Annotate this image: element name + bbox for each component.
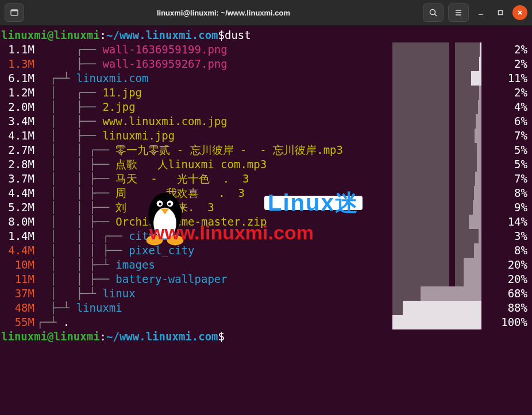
bar-container <box>392 186 493 200</box>
percentage: 20% <box>493 258 529 272</box>
percentage: 5% <box>493 157 529 172</box>
file-name: Orchis-theme-master.zip <box>115 215 267 229</box>
file-size: 4.1M <box>1 129 37 143</box>
file-name: 零一九零贰 - 忘川彼岸 - - 忘川彼岸.mp3 <box>115 143 343 157</box>
window-maximize-button[interactable] <box>493 5 508 20</box>
dust-row: 2.7M │ │ ┌── 零一九零贰 - 忘川彼岸 - - 忘川彼岸.mp35% <box>1 143 529 157</box>
tree-branch: │ │ │ ├── <box>37 243 129 258</box>
dust-row: 1.3M ├── wall-1636959267.png2% <box>1 57 529 71</box>
dust-row: 5.2M │ │ ├── 刘 后来. 39% <box>1 200 529 215</box>
bar-fill-inner <box>473 200 481 215</box>
file-name: city_alt <box>129 229 182 243</box>
bar-container <box>392 229 493 243</box>
search-button[interactable] <box>423 3 444 22</box>
tree-branch: │ │ ├── <box>37 172 115 186</box>
file-size: 48M <box>1 301 37 315</box>
bar-container <box>392 100 493 114</box>
bar-fill-inner <box>477 157 481 172</box>
tree-branch: ┌─┴ <box>37 71 76 86</box>
bar-fill-inner <box>479 229 481 243</box>
percentage: 8% <box>493 243 529 258</box>
prompt-path: ~/www.linuxmi.com <box>106 329 218 344</box>
bar-container <box>392 243 493 258</box>
menu-button[interactable] <box>448 3 469 22</box>
terminal-window: linuxmi@linuxmi: ~/www.linuxmi.com <box>0 0 532 415</box>
file-size: 2.7M <box>1 143 37 157</box>
prompt-line-2: linuxmi@linuxmi : ~/www.linuxmi.com $ <box>1 329 529 344</box>
prompt-userhost: linuxmi@linuxmi <box>1 28 100 42</box>
bar-fill-inner <box>421 286 481 301</box>
window-close-button[interactable] <box>512 5 527 20</box>
new-tab-button[interactable] <box>5 3 24 22</box>
tree-branch: ├── <box>37 57 102 71</box>
window-title: linuxmi@linuxmi: ~/www.linuxmi.com <box>29 9 418 17</box>
percentage: 6% <box>493 114 529 129</box>
bar-container <box>392 258 493 272</box>
percentage: 7% <box>493 172 529 186</box>
dust-row: 3.4M │ ├── www.linuxmi.com.jpg6% <box>1 114 529 129</box>
file-name: linuxmi <box>76 301 122 315</box>
percentage: 2% <box>493 42 529 57</box>
bar-container <box>392 215 493 229</box>
window-minimize-button[interactable] <box>473 5 488 20</box>
bar-fill <box>403 301 481 315</box>
tree-branch: │ │ ├─┴ <box>37 258 115 272</box>
file-name: wall-1636959267.png <box>102 57 227 71</box>
bar-container <box>392 143 493 157</box>
file-name: 11.jpg <box>102 86 142 100</box>
tree-branch: │ ├── <box>37 114 102 129</box>
tree-branch: │ │ ├── <box>37 200 115 215</box>
file-size: 8.0M <box>1 215 37 229</box>
svg-point-2 <box>430 10 435 15</box>
bar-container <box>392 71 493 86</box>
tree-branch: ├─┴ <box>37 301 76 315</box>
dust-row: 1.2M │ ┌── 11.jpg2% <box>1 86 529 100</box>
svg-rect-8 <box>499 11 503 15</box>
tree-branch: │ │ ┌── <box>37 143 115 157</box>
file-name: linux <box>102 286 135 301</box>
percentage: 11% <box>493 71 529 86</box>
percentage: 2% <box>493 86 529 100</box>
tree-branch: │ ├── <box>37 100 102 114</box>
bar-fill-inner <box>464 272 481 286</box>
prompt-dollar: $ <box>218 28 225 42</box>
percentage: 14% <box>493 215 529 229</box>
file-name: www.linuxmi.com.jpg <box>102 114 227 129</box>
percentage: 68% <box>493 286 529 301</box>
bar-fill-inner <box>479 86 481 100</box>
bar-container <box>392 272 493 286</box>
prompt-dollar: $ <box>218 329 225 344</box>
window-titlebar: linuxmi@linuxmi: ~/www.linuxmi.com <box>0 0 532 26</box>
tree-branch: ┌── <box>37 42 102 57</box>
file-name: linuxmi.com <box>76 71 149 86</box>
file-size: 11M <box>1 272 37 286</box>
dust-output: 1.1M ┌── wall-1636959199.png2%1.3M ├── w… <box>1 42 529 329</box>
dust-row: 4.4M │ │ ├── 周 我欢喜 . 38% <box>1 186 529 200</box>
bar-container <box>392 114 493 129</box>
terminal-tab-icon <box>10 8 19 17</box>
prompt-line-1: linuxmi@linuxmi : ~/www.linuxmi.com $ du… <box>1 28 529 42</box>
file-size: 2.8M <box>1 157 37 172</box>
dust-row: 3.7M │ │ ├── 马天 - 光十色 . 37% <box>1 172 529 186</box>
percentage: 4% <box>493 100 529 114</box>
percentage: 100% <box>493 315 529 329</box>
dust-row: 1.1M ┌── wall-1636959199.png2% <box>1 42 529 57</box>
tree-branch: │ │ ├── <box>37 215 115 229</box>
prompt-userhost: linuxmi@linuxmi <box>1 329 100 344</box>
file-name: linuxmi.jpg <box>102 129 175 143</box>
bar-fill <box>479 57 481 71</box>
bar-fill-inner <box>469 215 481 229</box>
terminal-body[interactable]: linuxmi@linuxmi : ~/www.linuxmi.com $ du… <box>0 26 532 415</box>
bar-container <box>392 172 493 186</box>
bar-container <box>392 57 493 71</box>
percentage: 3% <box>493 229 529 243</box>
dust-row: 10M │ │ ├─┴ images20% <box>1 258 529 272</box>
bar-fill <box>392 315 481 329</box>
file-size: 37M <box>1 286 37 301</box>
percentage: 8% <box>493 186 529 200</box>
dust-row: 11M │ │ ├── battery-wallpaper20% <box>1 272 529 286</box>
file-size: 10M <box>1 258 37 272</box>
dust-row: 6.1M ┌─┴ linuxmi.com11% <box>1 71 529 86</box>
percentage: 7% <box>493 129 529 143</box>
minimize-icon <box>477 9 484 16</box>
